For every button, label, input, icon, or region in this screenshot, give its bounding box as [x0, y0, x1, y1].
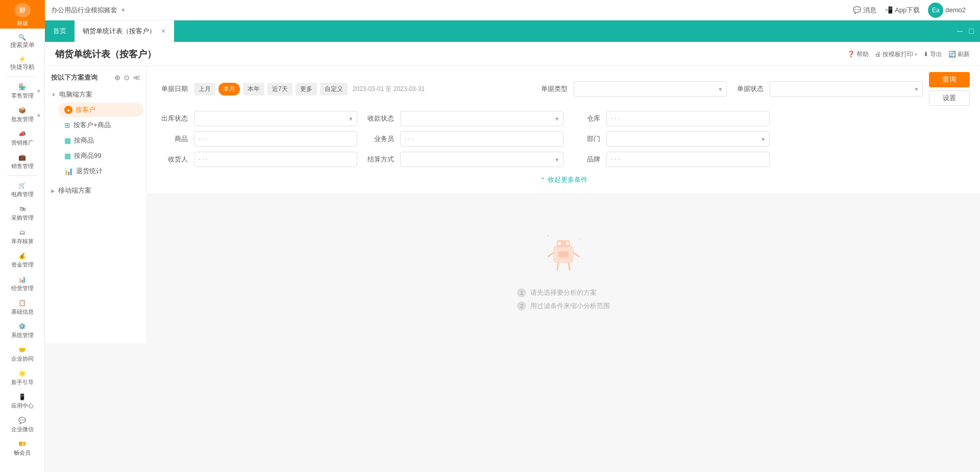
empty-state: ✦ ✦ 1 请先选择要分析的方案 2 用过滤条件来缩小分析范围	[147, 194, 980, 343]
scheme-group-mobile-title[interactable]: ▶ 移动端方案	[45, 183, 146, 198]
sidebar-item-enterprise[interactable]: 🤝 企业协同	[0, 342, 44, 366]
topbar-dropdown-icon[interactable]: ▾	[121, 6, 125, 14]
mobile-group-arrow: ▶	[51, 188, 55, 194]
date-btn-this-month[interactable]: 本月	[218, 83, 240, 96]
help-btn[interactable]: ❓ 帮助	[847, 50, 869, 59]
header-right: ─ □	[957, 20, 980, 42]
warehouse-input[interactable]: ···	[606, 111, 770, 126]
shipping-select[interactable]: ▾	[194, 111, 357, 126]
date-label: 单据日期	[157, 84, 188, 93]
sidebar-item-appcenter[interactable]: 📱 应用中心	[0, 389, 44, 413]
scheme-collapse-btn[interactable]: ≪	[133, 74, 140, 82]
settings-btn[interactable]: 设置	[929, 90, 970, 106]
collapse-btn[interactable]: ⌃ 收起更多条件	[157, 172, 970, 187]
settlement-select[interactable]: ▾	[400, 152, 564, 167]
user-label: demo2	[945, 6, 966, 14]
shipping-arrow: ▾	[349, 115, 353, 123]
date-btn-this-year[interactable]: 本年	[243, 83, 264, 96]
filter-row-date: 单据日期 上月 本月 本年 近7天 更多 自定义 2023-03-01 至 20…	[157, 72, 970, 106]
purchase-label: 采购管理	[11, 214, 34, 222]
quick-nav-label: 快捷导航	[0, 63, 44, 72]
scheme-item-by-goods99[interactable]: ▦ 按商品99	[58, 149, 143, 163]
tab-report-close[interactable]: ✕	[161, 28, 166, 35]
sidebar-item-sales[interactable]: 💼 销售管理	[0, 150, 44, 173]
sidebar-item-system[interactable]: ⚙️ 系统管理	[0, 319, 44, 342]
message-btn[interactable]: 💬 消息	[853, 6, 876, 15]
export-icon: ⬇	[923, 51, 928, 58]
sidebar-item-purchase[interactable]: 🛍 采购管理	[0, 201, 44, 225]
department-select[interactable]: ▾	[606, 131, 770, 147]
window-minimize-btn[interactable]: ─	[957, 27, 963, 36]
salesperson-input[interactable]: ···	[400, 131, 564, 147]
payment-arrow: ▾	[555, 115, 559, 123]
sidebar-item-member[interactable]: 🎫 畅会员	[0, 436, 44, 460]
date-btn-last7[interactable]: 近7天	[267, 83, 292, 96]
tab-home[interactable]: 首页	[45, 20, 75, 42]
sidebar-item-retail[interactable]: 🏪 零售管理 ▼	[0, 79, 44, 103]
app-download-btn[interactable]: 📲 App下载	[885, 6, 920, 15]
basic-label: 基础信息	[11, 308, 34, 316]
newuser-label: 新手引导	[11, 379, 34, 386]
appcenter-label: 应用中心	[11, 402, 34, 410]
scheme-item-return-stats[interactable]: 📊 退货统计	[58, 164, 143, 178]
svg-point-5	[566, 242, 569, 245]
sidebar-item-operations[interactable]: 📊 经营管理	[0, 272, 44, 295]
order-status-select[interactable]: ▾	[770, 81, 923, 97]
payment-label: 收款状态	[363, 114, 394, 123]
scheme-item-by-customer[interactable]: ● 按客户	[58, 103, 143, 117]
help-label: 帮助	[856, 50, 869, 59]
recipient-input[interactable]: ···	[194, 152, 357, 167]
tab-report[interactable]: 销货单统计表（按客户） ✕	[75, 20, 174, 42]
scheme-item-by-customer-goods[interactable]: ⊞ 按客户+商品	[58, 118, 143, 132]
right-content: 单据日期 上月 本月 本年 近7天 更多 自定义 2023-03-01 至 20…	[147, 66, 980, 343]
sidebar-item-wechat[interactable]: 💬 企业微信	[0, 413, 44, 436]
sidebar-item-ecommerce[interactable]: 🛒 电商管理	[0, 178, 44, 201]
brand-input[interactable]: ···	[606, 152, 770, 167]
tip-text-2: 用过滤条件来缩小分析范围	[530, 299, 610, 313]
quick-nav-item[interactable]: ⚡ 快捷导航	[0, 53, 44, 75]
app-download-label: App下载	[895, 6, 920, 15]
sidebar-item-inventory[interactable]: 🗂 库存核算	[0, 225, 44, 248]
order-type-select[interactable]: ▾	[574, 81, 727, 97]
wholesale-label: 批发管理	[11, 115, 34, 123]
empty-tips: 1 请先选择要分析的方案 2 用过滤条件来缩小分析范围	[517, 286, 610, 313]
date-btn-more[interactable]: 更多	[296, 83, 317, 96]
main-area: 办公用品行业模拟账套 ▾ 💬 消息 📲 App下载 Ea demo2 首页	[45, 0, 980, 472]
refresh-btn[interactable]: 🔄 刷新	[948, 50, 970, 59]
content-body: 按以下方案查询 ⊕ ⊙ ≪ ▼ 电脑端方案 ●	[45, 66, 980, 343]
collapse-label: 收起更多条件	[548, 175, 587, 184]
query-btn[interactable]: 查询	[929, 72, 970, 87]
scheme-item-by-goods[interactable]: ▦ 按商品	[58, 133, 143, 148]
operations-label: 经营管理	[11, 285, 34, 292]
avatar: Ea	[928, 3, 943, 18]
date-btn-custom[interactable]: 自定义	[320, 83, 348, 96]
scheme-settings-btn[interactable]: ⊙	[124, 74, 130, 82]
export-btn[interactable]: ⬇ 导出	[923, 50, 942, 59]
date-btn-last-month[interactable]: 上月	[194, 83, 215, 96]
user-btn[interactable]: Ea demo2	[928, 3, 966, 18]
marketing-icon: 📣	[18, 130, 26, 137]
order-type-label: 单据类型	[537, 84, 568, 93]
print-btn[interactable]: 🖨 按模板打印 ▾	[875, 50, 917, 59]
search-menu-item[interactable]: 🔍 搜索菜单	[0, 29, 44, 53]
goods-dots: ···	[199, 134, 208, 144]
window-maximize-btn[interactable]: □	[969, 27, 974, 36]
scheme-add-btn[interactable]: ⊕	[114, 74, 120, 82]
sidebar-item-wholesale[interactable]: 📦 批发管理 ▲	[0, 103, 44, 126]
sidebar-item-basic[interactable]: 📋 基础信息	[0, 295, 44, 319]
page-title: 销货单统计表（按客户）	[55, 48, 156, 65]
sidebar-item-finance[interactable]: 💰 资金管理	[0, 248, 44, 272]
goods-input[interactable]: ···	[194, 131, 357, 147]
sidebar-item-marketing[interactable]: 📣 营销推广	[0, 126, 44, 150]
sidebar-item-newuser[interactable]: 🌟 新手引导	[0, 366, 44, 389]
header-bar: 首页 销货单统计表（按客户） ✕ ─ □	[45, 20, 980, 42]
scheme-panel: 按以下方案查询 ⊕ ⊙ ≪ ▼ 电脑端方案 ●	[45, 66, 147, 343]
help-icon: ❓	[847, 51, 855, 58]
wechat-label: 企业微信	[11, 426, 34, 433]
warehouse-dots: ···	[611, 114, 621, 123]
inventory-icon: 🗂	[19, 229, 26, 236]
payment-select[interactable]: ▾	[400, 111, 564, 126]
nav-icon: ⚡	[0, 56, 44, 63]
scheme-group-desktop-title[interactable]: ▼ 电脑端方案	[45, 87, 146, 102]
by-goods99-icon: ▦	[64, 152, 71, 160]
